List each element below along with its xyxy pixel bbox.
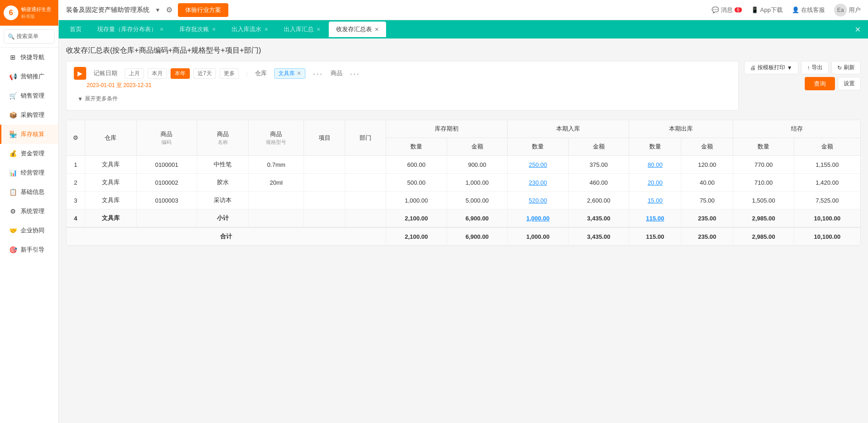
cell-in-qty[interactable]: 230.00 [508, 174, 569, 192]
sidebar-item-inventory[interactable]: 🏪 库存核算 [0, 125, 58, 144]
sidebar-item-corp[interactable]: 🤝 企业协同 [0, 221, 58, 240]
sidebar-item-label: 资金管理 [21, 149, 44, 158]
search-menu-button[interactable]: 🔍 搜索菜单 [4, 29, 55, 44]
date-btn-this-month[interactable]: 本月 [148, 68, 167, 79]
cell-out-qty[interactable]: 20.00 [629, 174, 681, 192]
export-icon: ↑ [807, 65, 810, 71]
th-balance-qty: 数量 [733, 138, 794, 156]
sidebar-item-purchase[interactable]: 📦 采购管理 [0, 105, 58, 125]
refresh-icon: ↻ [837, 65, 842, 71]
table-footer-row: 合计 2,100.00 6,900.00 1,000.00 3,435.00 1… [66, 227, 860, 246]
cell-out-qty[interactable]: 80.00 [629, 156, 681, 174]
cell-goods-code: 0100001 [136, 156, 197, 174]
cell-out-amt: 120.00 [681, 156, 733, 174]
cell-balance-amt: 1,420.00 [794, 174, 860, 192]
th-in-amt: 金额 [568, 138, 629, 156]
th-in-qty: 数量 [508, 138, 569, 156]
online-service-button[interactable]: 👤 在线客服 [792, 6, 825, 14]
expand-conditions-button[interactable]: ▼ 展开更多条件 [74, 93, 122, 104]
cell-no: 4 [66, 209, 85, 228]
date-btn-7days[interactable]: 近7天 [194, 68, 216, 79]
cell-balance-qty: 770.00 [733, 156, 794, 174]
message-badge: 6 [735, 7, 742, 12]
cell-goods-spec [249, 209, 304, 228]
tab-home[interactable]: 首页 [62, 22, 89, 37]
sidebar-item-business[interactable]: 📊 经营管理 [0, 163, 58, 182]
finance-icon: 💰 [9, 149, 17, 158]
filter-card: ▶ 记账日期 上月 本月 本年 近7天 更多 | 仓库 文具库 ✕ [66, 61, 739, 110]
sidebar-nav: ⊞ 快捷导航 📢 营销推广 🛒 销售管理 📦 采购管理 🏪 库存核算 💰 资金管… [0, 48, 58, 259]
tab-close-in-out-summary[interactable]: ✕ [316, 27, 321, 33]
th-opening-group: 库存期初 [386, 120, 508, 138]
tab-bar-close-icon[interactable]: ✕ [851, 23, 864, 36]
tab-inventory-dist[interactable]: 现存量（库存分布表） ✕ [90, 22, 171, 37]
warehouse-more[interactable]: ··· [313, 68, 323, 79]
footer-label: 合计 [66, 227, 386, 246]
tab-recv-send-summary[interactable]: 收发存汇总表 ✕ [329, 22, 386, 37]
filter-toggle-button[interactable]: ▶ [74, 67, 86, 80]
sidebar-item-guide[interactable]: 🎯 新手引导 [0, 240, 58, 259]
tab-close-batch-ledger[interactable]: ✕ [212, 27, 216, 33]
print-button[interactable]: 🖨 按模板打印 ▼ [744, 61, 798, 74]
settings-button[interactable]: 设置 [838, 77, 861, 90]
date-btn-this-year[interactable]: 本年 [171, 68, 190, 79]
tab-batch-ledger[interactable]: 库存批次账 ✕ [172, 22, 223, 37]
cell-out-qty[interactable]: 15.00 [629, 192, 681, 209]
warehouse-tag-close[interactable]: ✕ [297, 70, 301, 77]
footer-in-qty: 1,000.00 [508, 227, 569, 246]
cell-out-qty[interactable]: 115.00 [629, 209, 681, 228]
cell-balance-amt: 10,100.00 [794, 209, 860, 228]
goods-more[interactable]: ··· [350, 68, 360, 79]
message-button[interactable]: 💬 消息 6 [712, 6, 742, 14]
tab-in-out-summary[interactable]: 出入库汇总 ✕ [276, 22, 328, 37]
tab-close-recv-send-summary[interactable]: ✕ [375, 27, 379, 33]
tab-in-out-flow[interactable]: 出入库流水 ✕ [224, 22, 276, 37]
date-btn-last-month[interactable]: 上月 [125, 68, 144, 79]
cell-goods-code: 0100003 [136, 192, 197, 209]
sidebar-item-label: 企业协同 [21, 226, 44, 235]
goods-label: 商品 [331, 69, 343, 77]
cell-in-qty[interactable]: 1,000.00 [508, 209, 569, 228]
action-buttons: 🖨 按模板打印 ▼ ↑ 导出 ↻ 刷新 查询 设置 [744, 61, 861, 90]
sidebar-item-label: 库存核算 [21, 130, 44, 138]
main-content: 装备及固定资产辅助管理系统 ▼ ⚙ 体验行业方案 💬 消息 6 📱 App下载 … [59, 0, 868, 423]
date-btn-more[interactable]: 更多 [220, 68, 239, 79]
cell-in-amt: 460.00 [568, 174, 629, 192]
sidebar-item-quick-nav[interactable]: ⊞ 快捷导航 [0, 48, 58, 67]
tab-close-in-out-flow[interactable]: ✕ [264, 27, 268, 33]
service-icon: 👤 [792, 6, 799, 13]
cell-goods-name: 中性笔 [197, 156, 249, 174]
sidebar-item-sales[interactable]: 🛒 销售管理 [0, 86, 58, 105]
avatar: Ea [834, 4, 847, 16]
sidebar-item-finance[interactable]: 💰 资金管理 [0, 144, 58, 163]
table-subtotal-row: 4 文具库 小计 2,100.00 6,900.00 1,000.00 3,43… [66, 209, 860, 228]
table-row: 2 文具库 0100002 胶水 20ml 500.00 1,000.00 23… [66, 174, 860, 192]
cell-in-qty[interactable]: 520.00 [508, 192, 569, 209]
tab-close-inventory-dist[interactable]: ✕ [160, 27, 164, 33]
th-settings[interactable]: ⚙ [66, 120, 85, 156]
query-button[interactable]: 查询 [805, 77, 835, 90]
table-row: 1 文具库 0100001 中性笔 0.7mm 600.00 900.00 25… [66, 156, 860, 174]
sidebar-item-marketing[interactable]: 📢 营销推广 [0, 67, 58, 86]
sidebar-item-system[interactable]: ⚙ 系统管理 [0, 202, 58, 221]
cell-dept [345, 156, 386, 174]
cell-in-amt: 2,600.00 [568, 192, 629, 209]
export-button[interactable]: ↑ 导出 [801, 61, 829, 74]
user-button[interactable]: Ea 用户 [834, 4, 861, 16]
sidebar-item-basic[interactable]: 📋 基础信息 [0, 182, 58, 202]
th-out-qty: 数量 [629, 138, 681, 156]
cell-warehouse: 文具库 [85, 156, 136, 174]
cell-warehouse: 文具库 [85, 174, 136, 192]
logo-icon: 6 [4, 5, 18, 20]
cell-goods-spec: 20ml [249, 174, 304, 192]
cell-in-qty[interactable]: 250.00 [508, 156, 569, 174]
cell-dept [345, 209, 386, 228]
trial-button[interactable]: 体验行业方案 [178, 3, 228, 17]
sidebar: 6 畅捷通好生意 标准版 🔍 搜索菜单 ⊞ 快捷导航 📢 营销推广 🛒 销售管理… [0, 0, 59, 423]
system-dropdown[interactable]: ▼ [155, 7, 160, 13]
refresh-button[interactable]: ↻ 刷新 [831, 61, 861, 74]
app-download-button[interactable]: 📱 App下载 [751, 6, 783, 14]
gear-icon[interactable]: ⚙ [166, 5, 172, 14]
footer-out-amt: 235.00 [681, 227, 733, 246]
logo-title: 畅捷通好生意 [21, 6, 51, 13]
